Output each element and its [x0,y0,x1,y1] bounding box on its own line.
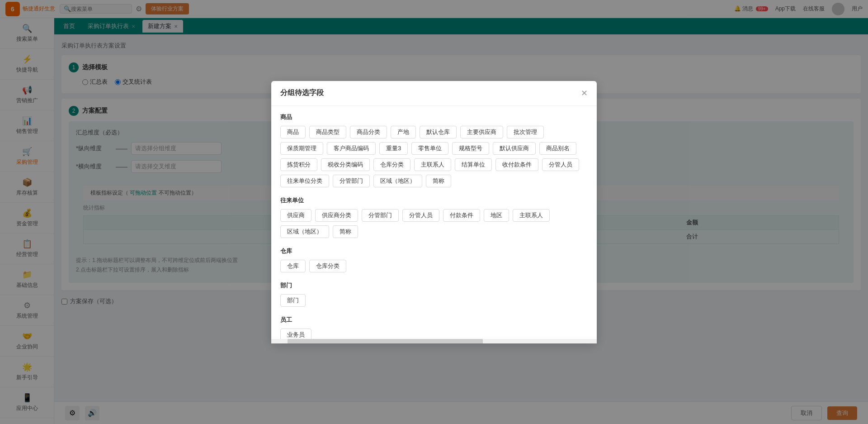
field-tag[interactable]: 零售单位 [411,142,448,155]
field-tag[interactable]: 商品类型 [309,126,346,138]
field-tag[interactable]: 仓库 [280,260,306,272]
field-tag[interactable]: 默认仓库 [420,126,457,138]
section-department-title: 部门 [280,281,588,290]
section-department: 部门 部门 [280,281,588,307]
modal-header: 分组待选字段 ✕ [271,81,597,106]
field-tag[interactable]: 区域（地区） [373,175,422,187]
modal-close-button[interactable]: ✕ [581,88,588,98]
field-tag[interactable]: 客户商品编码 [327,142,376,155]
field-tag[interactable]: 主联系人 [513,209,550,222]
section-warehouse: 仓库 仓库 仓库分类 [280,247,588,272]
section-warehouse-tags: 仓库 仓库分类 [280,260,588,272]
field-tag[interactable]: 分管部门 [362,209,399,222]
modal-dialog: 分组待选字段 ✕ 商品 商品 商品类型 商品分类 产地 默认仓库 主要供应商 批… [271,81,597,343]
field-tag[interactable]: 简称 [426,175,451,187]
field-tag[interactable]: 供应商分类 [315,209,358,222]
section-warehouse-title: 仓库 [280,247,588,255]
section-counterpart-tags: 供应商 供应商分类 分管部门 分管人员 付款条件 地区 主联系人 区域（地区） … [280,209,588,238]
field-tag[interactable]: 仓库分类 [309,260,346,272]
field-tag[interactable]: 拣货积分 [280,158,317,171]
field-tag[interactable]: 商品分类 [350,126,387,138]
section-goods-title: 商品 [280,113,588,121]
modal-body[interactable]: 商品 商品 商品类型 商品分类 产地 默认仓库 主要供应商 批次管理 保质期管理… [271,106,597,339]
modal-hscroll-thumb [288,339,483,343]
section-employee-tags: 业务员 [280,329,588,339]
section-goods: 商品 商品 商品类型 商品分类 产地 默认仓库 主要供应商 批次管理 保质期管理… [280,113,588,187]
field-tag[interactable]: 产地 [391,126,416,138]
field-tag[interactable]: 保质期管理 [280,142,323,155]
field-tag[interactable]: 仓库分类 [373,158,410,171]
field-tag[interactable]: 付款条件 [443,209,480,222]
field-tag[interactable]: 简称 [333,225,358,238]
modal-hscroll[interactable] [271,339,597,343]
field-tag[interactable]: 批次管理 [507,126,544,138]
field-tag[interactable]: 主要供应商 [460,126,503,138]
field-tag[interactable]: 往来单位分类 [280,175,329,187]
field-tag[interactable]: 默认供应商 [493,142,536,155]
section-counterpart: 往来单位 供应商 供应商分类 分管部门 分管人员 付款条件 地区 主联系人 区域… [280,196,588,238]
field-tag[interactable]: 税收分类编码 [321,158,370,171]
field-tag[interactable]: 重量3 [379,142,408,155]
field-tag[interactable]: 区域（地区） [280,225,329,238]
modal-title: 分组待选字段 [280,88,324,98]
field-tag[interactable]: 供应商 [280,209,311,222]
field-tag[interactable]: 地区 [484,209,509,222]
modal-overlay: 分组待选字段 ✕ 商品 商品 商品类型 商品分类 产地 默认仓库 主要供应商 批… [0,0,868,424]
field-tag[interactable]: 分管人员 [402,209,439,222]
section-counterpart-title: 往来单位 [280,196,588,205]
field-tag[interactable]: 主联系人 [414,158,451,171]
field-tag[interactable]: 结算单位 [455,158,492,171]
field-tag[interactable]: 商品别名 [539,142,576,155]
field-tag[interactable]: 商品 [280,126,306,138]
field-tag[interactable]: 分管部门 [333,175,370,187]
section-department-tags: 部门 [280,294,588,307]
field-tag[interactable]: 分管人员 [542,158,579,171]
section-employee: 员工 业务员 [280,316,588,339]
field-tag[interactable]: 业务员 [280,329,311,339]
field-tag[interactable]: 规格型号 [452,142,489,155]
field-tag[interactable]: 部门 [280,294,306,307]
field-tag[interactable]: 收付款条件 [495,158,538,171]
section-goods-tags: 商品 商品类型 商品分类 产地 默认仓库 主要供应商 批次管理 保质期管理 客户… [280,126,588,187]
section-employee-title: 员工 [280,316,588,324]
